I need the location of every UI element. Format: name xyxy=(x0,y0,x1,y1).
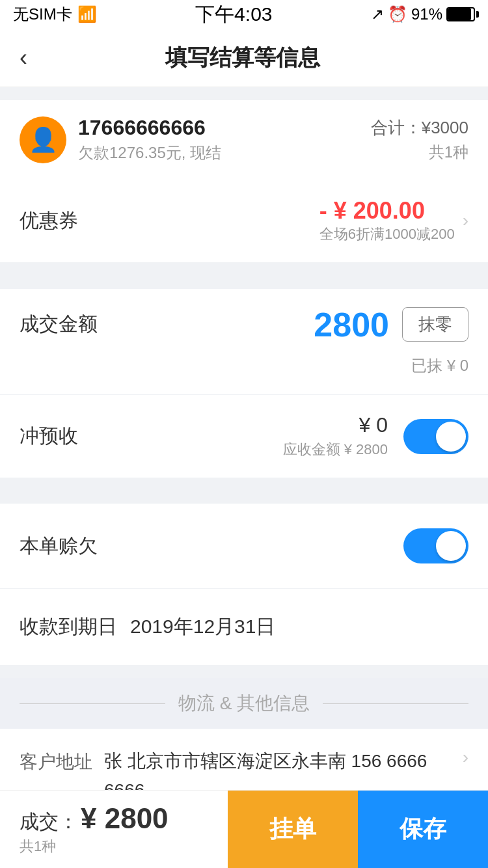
credit-toggle[interactable] xyxy=(403,528,468,563)
address-label: 客户地址 xyxy=(20,750,104,774)
logistics-label: 物流 & 其他信息 xyxy=(178,691,310,716)
total-label: 合计：¥3000 xyxy=(371,116,468,139)
amount-row: 成交金额 2800 抹零 xyxy=(20,307,468,342)
battery-percent: 91% xyxy=(411,5,442,23)
address-chevron-icon: › xyxy=(463,747,468,768)
coupon-description: 全场6折满1000减200 xyxy=(319,224,455,244)
amount-label: 成交金额 xyxy=(20,311,98,338)
status-time: 下午4:03 xyxy=(195,1,272,28)
customer-card: 👤 17666666666 欠款1276.35元, 现结 合计：¥3000 共1… xyxy=(0,100,488,179)
wifi-icon: 📶 xyxy=(77,5,97,23)
section-divider-1 xyxy=(0,263,488,276)
coupon-row[interactable]: 优惠券 - ¥ 200.00 全场6折满1000减200 › xyxy=(0,179,488,263)
precollect-label: 冲预收 xyxy=(20,423,78,450)
duedate-row: 收款到期日 2019年12月31日 xyxy=(0,588,488,665)
coupon-right: - ¥ 200.00 全场6折满1000减200 › xyxy=(319,197,468,244)
bottom-summary-count: 共1种 xyxy=(20,837,208,856)
divider-line-left xyxy=(20,703,165,704)
duedate-label: 收款到期日 xyxy=(20,614,117,640)
credit-label: 本单赊欠 xyxy=(20,533,98,560)
section-divider-2 xyxy=(0,478,488,491)
page-title: 填写结算等信息 xyxy=(40,43,445,73)
credit-row: 本单赊欠 xyxy=(0,504,488,588)
bottom-summary-prefix: 成交： xyxy=(20,809,78,835)
divider-line-right xyxy=(323,703,468,704)
save-button[interactable]: 保存 xyxy=(358,791,488,868)
location-icon: ↗ xyxy=(371,5,384,23)
duedate-value: 2019年12月31日 xyxy=(130,614,275,640)
coupon-discount: - ¥ 200.00 xyxy=(319,197,455,224)
total-count: 共1种 xyxy=(371,142,468,163)
avatar: 👤 xyxy=(20,116,66,163)
credit-toggle-knob xyxy=(436,531,466,561)
avatar-icon: 👤 xyxy=(29,126,58,154)
customer-info: 17666666666 欠款1276.35元, 现结 xyxy=(78,116,221,163)
bottom-summary-amount: ¥ 2800 xyxy=(81,802,169,835)
precollect-receivable: 应收金额 ¥ 2800 xyxy=(283,440,388,459)
customer-debt: 欠款1276.35元, 现结 xyxy=(78,142,221,163)
amount-sub: 已抹 ¥ 0 xyxy=(411,357,468,374)
precollect-amount-block: ¥ 0 应收金额 ¥ 2800 xyxy=(283,413,388,459)
precollect-amount: ¥ 0 xyxy=(283,413,388,437)
chevron-right-icon: › xyxy=(463,210,468,231)
hang-single-button[interactable]: 挂单 xyxy=(228,791,358,868)
bottom-summary: 成交： ¥ 2800 共1种 xyxy=(0,791,228,868)
battery-icon xyxy=(446,7,475,21)
status-bar: 无SIM卡 📶 下午4:03 ↗ ⏰ 91% xyxy=(0,0,488,29)
toggle-knob xyxy=(436,422,466,452)
nav-bar: ‹ 填写结算等信息 xyxy=(0,29,488,87)
bottom-bar: 成交： ¥ 2800 共1种 挂单 保存 xyxy=(0,790,488,868)
logistics-divider: 物流 & 其他信息 xyxy=(0,678,488,729)
back-button[interactable]: ‹ xyxy=(20,44,27,72)
customer-left: 👤 17666666666 欠款1276.35元, 现结 xyxy=(20,116,221,163)
customer-phone: 17666666666 xyxy=(78,116,221,140)
sim-status: 无SIM卡 xyxy=(13,4,72,25)
coupon-label: 优惠券 xyxy=(20,208,78,234)
precollect-row: 冲预收 ¥ 0 应收金额 ¥ 2800 xyxy=(0,394,488,478)
precollect-toggle[interactable] xyxy=(403,419,468,454)
amount-section: 成交金额 2800 抹零 已抹 ¥ 0 冲预收 ¥ 0 应收金额 ¥ 2800 xyxy=(0,289,488,478)
amount-value: 2800 xyxy=(314,308,389,342)
status-left: 无SIM卡 📶 xyxy=(13,4,97,25)
round-button[interactable]: 抹零 xyxy=(402,307,468,342)
amount-right: 2800 抹零 xyxy=(314,307,468,342)
alarm-icon: ⏰ xyxy=(388,5,407,23)
status-right: ↗ ⏰ 91% xyxy=(371,5,475,23)
precollect-right: ¥ 0 应收金额 ¥ 2800 xyxy=(283,413,468,459)
customer-right: 合计：¥3000 共1种 xyxy=(371,116,468,163)
